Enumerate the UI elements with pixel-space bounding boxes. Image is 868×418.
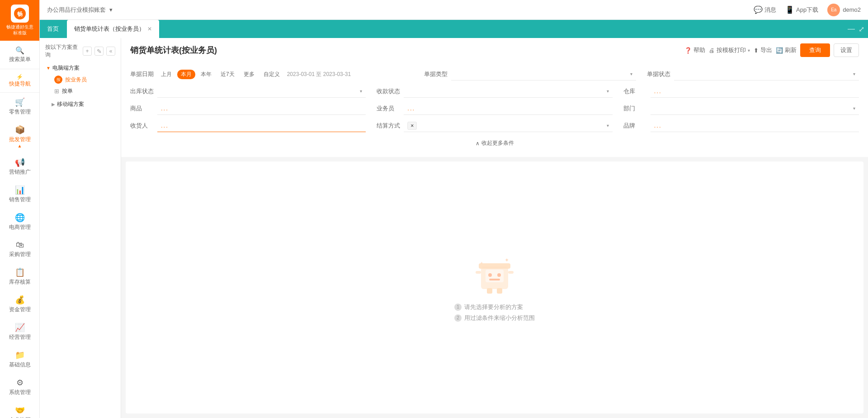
date-pill-more[interactable]: 更多 (240, 70, 258, 79)
right-panel: 销货单统计表(按业务员) ❓ 帮助 🖨 按模板打印 ▾ (121, 38, 868, 418)
sidebar-label: 营销推广 (9, 168, 31, 176)
svg-point-5 (488, 273, 492, 277)
brand-input[interactable]: ... (651, 119, 859, 132)
tabbar: 首页 销货单统计表（按业务员） ✕ — ⤢ (40, 20, 868, 38)
date-pill-last-month[interactable]: 上月 (157, 70, 175, 79)
app-download-icon: 📱 (785, 5, 794, 14)
message-button[interactable]: 💬 消息 (754, 5, 776, 14)
message-icon: 💬 (754, 5, 763, 14)
goods-dots: ... (161, 105, 169, 112)
receiver-input[interactable]: ... (157, 119, 366, 132)
sidebar-label: 基础信息 (9, 361, 31, 369)
sidebar-item-enterprise[interactable]: 🤝 企业协同 (0, 401, 39, 418)
user-menu[interactable]: Ea demo2 (827, 4, 861, 16)
sidebar-label: 电商管理 (9, 223, 31, 231)
window-minimize-icon[interactable]: — (848, 25, 855, 33)
date-range-display: 2023-03-01 至 2023-03-31 (287, 71, 351, 78)
operations-icon: 📈 (15, 323, 25, 332)
print-icon: 🖨 (709, 47, 715, 54)
svg-rect-9 (508, 271, 514, 274)
export-button[interactable]: ⬆ 导出 (754, 46, 772, 54)
app-logo[interactable]: 畅 畅捷通好生意 标准版 (0, 0, 39, 41)
date-pill-this-year[interactable]: 本年 (197, 70, 215, 79)
out-status-chevron: ▾ (360, 89, 362, 94)
collapse-label: 收起更多条件 (481, 139, 514, 147)
edit-scheme-button[interactable]: ✎ (94, 47, 104, 56)
doc-status-select[interactable]: ▾ (674, 68, 859, 81)
dept-chevron: ▾ (853, 106, 855, 111)
sidebar-item-shortcut[interactable]: ⚡ 快捷导航 (0, 69, 39, 93)
doc-status-label: 单据状态 (647, 70, 674, 78)
order-icon: ⊞ (54, 88, 59, 95)
date-pill-this-month[interactable]: 本月 (177, 70, 195, 79)
sidebar-label: 企业协同 (9, 416, 31, 418)
tab-home[interactable]: 首页 (40, 20, 66, 38)
dept-select[interactable]: ▾ (651, 102, 859, 115)
sidebar-item-purchase[interactable]: 🛍 采购管理 (0, 236, 39, 263)
refresh-button[interactable]: 🔄 刷新 (776, 46, 797, 54)
add-scheme-button[interactable]: + (83, 47, 92, 56)
sidebar-item-operations[interactable]: 📈 经营管理 (0, 318, 39, 346)
scheme-query-label: 按以下方案查询 (45, 43, 83, 59)
settlement-tag-close[interactable]: × (410, 123, 414, 129)
date-pill-7days[interactable]: 近7天 (217, 70, 238, 79)
sidebar-item-inventory[interactable]: 📋 库存核算 (0, 263, 39, 290)
expand-icon: ▼ (46, 66, 51, 71)
collect-status-select[interactable]: ▾ (404, 85, 612, 98)
settlement-select[interactable]: × ▾ (404, 119, 612, 132)
sidebar: 畅 畅捷通好生意 标准版 🔍 搜索菜单 ⚡ 快捷导航 🛒 零售管理 📦 批发管理… (0, 0, 40, 418)
filter-area: 单据日期 上月 本月 本年 近7天 更多 自定义 2023-03-01 至 20… (121, 62, 868, 157)
export-icon: ⬆ (754, 47, 759, 54)
tab-close-icon[interactable]: ✕ (147, 26, 152, 32)
svg-rect-13 (497, 288, 502, 294)
mobile-scheme-section[interactable]: ▶ 移动端方案 (43, 99, 117, 110)
template-print-button[interactable]: 🖨 按模板打印 ▾ (709, 46, 750, 54)
expand-icon2: ▶ (52, 102, 55, 107)
sidebar-item-wholesale[interactable]: 📦 批发管理 ▲ (0, 120, 39, 153)
sidebar-label: 经营管理 (9, 333, 31, 341)
pc-scheme-section[interactable]: ▼ 电脑端方案 (43, 62, 117, 74)
scheme-by-staff[interactable]: 按 按业务员 (43, 74, 117, 86)
date-pill-custom[interactable]: 自定义 (260, 70, 283, 79)
main-area: 办公用品行业模拟账套 ▾ 💬 消息 📱 App下载 Ea demo2 首页 (40, 0, 868, 418)
app-download-button[interactable]: 📱 App下载 (785, 5, 818, 14)
date-label: 单据日期 (130, 70, 157, 78)
content-area: 按以下方案查询 + ✎ « ▼ 电脑端方案 按 按业务员 ⊞ 按单 (40, 38, 868, 418)
warehouse-dots: ... (654, 88, 662, 95)
sidebar-item-retail[interactable]: 🛒 零售管理 (0, 93, 39, 120)
settings-button[interactable]: 设置 (834, 43, 859, 57)
app-subtitle: 标准版 (13, 30, 27, 36)
scheme-by-order[interactable]: ⊞ 按单 (43, 86, 117, 97)
warehouse-input[interactable]: ... (651, 85, 859, 98)
doc-type-chevron: ▾ (630, 71, 632, 76)
refresh-icon: 🔄 (776, 47, 783, 54)
goods-input[interactable]: ... (157, 102, 366, 115)
svg-point-6 (497, 273, 501, 277)
filter-warehouse: 仓库 ... (623, 85, 859, 98)
sidebar-item-marketing[interactable]: 📢 营销推广 (0, 153, 39, 180)
sidebar-item-system[interactable]: ⚙ 系统管理 (0, 373, 39, 401)
wholesale-icon: 📦 (15, 125, 25, 135)
sidebar-label: 零售管理 (9, 108, 31, 116)
tip-num-1: 1 (454, 304, 462, 311)
filter-brand: 品牌 ... (623, 119, 859, 132)
sidebar-item-ecommerce[interactable]: 🌐 电商管理 (0, 208, 39, 236)
filter-row-4: 收货人 ... 结算方式 × ▾ (130, 119, 859, 132)
breadcrumb: 办公用品行业模拟账套 (47, 6, 106, 14)
dept-label: 部门 (623, 104, 651, 113)
collapse-panel-button[interactable]: « (106, 47, 115, 56)
sidebar-item-search[interactable]: 🔍 搜索菜单 (0, 41, 39, 69)
query-button[interactable]: 查询 (800, 43, 830, 57)
window-maximize-icon[interactable]: ⤢ (859, 25, 864, 33)
help-button[interactable]: ❓ 帮助 (684, 46, 705, 54)
sidebar-item-basic[interactable]: 📁 基础信息 (0, 346, 39, 373)
sidebar-item-finance[interactable]: 💰 资金管理 (0, 290, 39, 318)
staff-input[interactable]: ... (404, 102, 612, 115)
doc-type-select[interactable]: ▾ (451, 68, 636, 81)
breadcrumb-dropdown-icon[interactable]: ▾ (109, 6, 113, 13)
collapse-button[interactable]: ∧ 收起更多条件 (476, 139, 514, 147)
tip-text-2: 用过滤条件来缩小分析范围 (464, 314, 535, 322)
sidebar-item-sales[interactable]: 📊 销售管理 (0, 180, 39, 208)
tab-sales-stat[interactable]: 销货单统计表（按业务员） ✕ (67, 20, 159, 38)
out-status-select[interactable]: ▾ (157, 85, 366, 98)
